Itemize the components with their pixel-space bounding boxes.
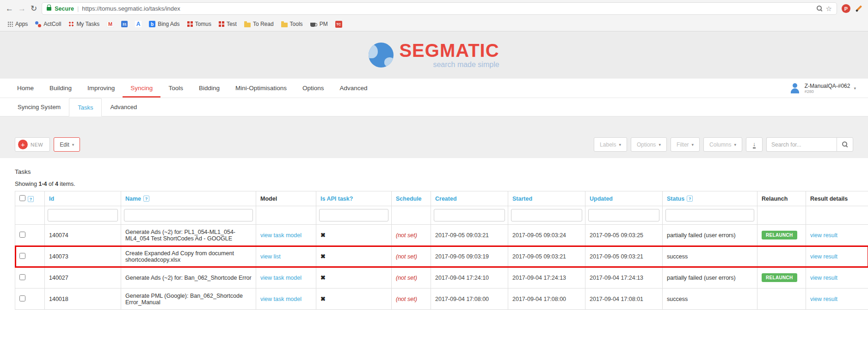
- filter-input-is-api-task[interactable]: [319, 209, 388, 221]
- refresh-icon[interactable]: ↻: [31, 5, 37, 12]
- column-header-started[interactable]: Started: [508, 191, 585, 206]
- filter-input-name[interactable]: [124, 209, 253, 221]
- column-header-updated[interactable]: Updated: [585, 191, 663, 206]
- pencil-extension-icon[interactable]: [855, 5, 862, 12]
- search-input[interactable]: [766, 137, 837, 152]
- column-header-name[interactable]: Name?: [121, 191, 256, 206]
- model-link[interactable]: view task model: [260, 296, 302, 302]
- user-menu[interactable]: Z-ManualQA-#062 #280 ▾: [789, 79, 859, 98]
- bookmark-tools[interactable]: Tools: [277, 17, 307, 31]
- search-button[interactable]: [837, 137, 853, 152]
- nav-tab-mini-optimisations[interactable]: Mini-Optimisations: [228, 79, 295, 98]
- help-icon[interactable]: ?: [687, 196, 693, 202]
- new-button[interactable]: + NEW: [15, 137, 50, 152]
- profile-badge[interactable]: P: [842, 4, 850, 13]
- filter-cell: [663, 206, 757, 225]
- result-link[interactable]: view result: [810, 275, 837, 281]
- column-label[interactable]: Is API task?: [320, 196, 353, 202]
- result-link[interactable]: view result: [810, 296, 837, 302]
- started-at: 2017-09-05 09:03:21: [508, 246, 585, 267]
- row-checkbox[interactable]: [19, 295, 25, 301]
- forward-icon[interactable]: →: [18, 5, 26, 12]
- summary-mid: of: [49, 181, 53, 187]
- subnav-tab-advanced[interactable]: Advanced: [102, 98, 145, 116]
- nav-tab-syncing[interactable]: Syncing: [123, 79, 160, 98]
- edit-button[interactable]: Edit ▾: [54, 137, 80, 152]
- columns-dropdown[interactable]: Columns▾: [703, 137, 742, 152]
- filter-input-status[interactable]: [665, 209, 754, 221]
- nav-tab-advanced[interactable]: Advanced: [332, 79, 376, 98]
- nav-tab-home[interactable]: Home: [9, 79, 42, 98]
- column-header-is-api-task[interactable]: Is API task?: [316, 191, 392, 206]
- nav-tab-tools[interactable]: Tools: [160, 79, 191, 98]
- help-icon[interactable]: ?: [28, 196, 34, 202]
- bookmark-apps[interactable]: Apps: [4, 17, 31, 31]
- column-label[interactable]: Created: [435, 196, 457, 202]
- result-cell: view result: [806, 246, 868, 267]
- column-label[interactable]: Id: [49, 196, 54, 202]
- zoom-icon[interactable]: [817, 6, 823, 12]
- tasks-table: ?IdName?ModelIs API task?ScheduleCreated…: [15, 191, 868, 310]
- help-icon[interactable]: ?: [143, 196, 149, 202]
- column-header-status[interactable]: Status?: [663, 191, 757, 206]
- model-link[interactable]: view list: [260, 253, 281, 260]
- bookmark-analytics[interactable]: A: [131, 17, 145, 31]
- relaunch-button[interactable]: RELAUNCH: [762, 273, 797, 282]
- filter-input-updated[interactable]: [588, 209, 659, 221]
- bookmark-gmail[interactable]: M: [103, 17, 117, 31]
- status-text: partially failed (user errors): [663, 267, 757, 288]
- options-dropdown[interactable]: Options▾: [631, 137, 667, 152]
- filter-input-id[interactable]: [48, 209, 118, 221]
- row-checkbox[interactable]: [19, 274, 25, 280]
- nav-tab-building[interactable]: Building: [42, 79, 80, 98]
- column-header-schedule[interactable]: Schedule: [392, 191, 431, 206]
- column-label[interactable]: Started: [512, 196, 532, 202]
- bookmark-tc-badge[interactable]: TC: [332, 17, 346, 31]
- bookmark-pm[interactable]: PM: [307, 17, 332, 31]
- segmatic-logo[interactable]: SEGMATIC search made simple: [369, 41, 499, 69]
- relaunch-button[interactable]: RELAUNCH: [762, 231, 797, 239]
- nav-tab-bidding[interactable]: Bidding: [191, 79, 228, 98]
- address-bar[interactable]: Secure | https://tomus.segmatic.io/tasks…: [42, 2, 837, 15]
- select-all-checkbox[interactable]: [19, 195, 25, 201]
- url-text[interactable]: https://tomus.segmatic.io/tasks/index: [82, 5, 813, 12]
- labels-dropdown[interactable]: Labels▾: [594, 137, 627, 152]
- download-button[interactable]: ↓: [746, 137, 763, 152]
- started-at: 2017-09-04 17:24:13: [508, 267, 585, 288]
- bookmark-my-tasks[interactable]: My Tasks: [65, 17, 103, 31]
- model-link[interactable]: view task model: [260, 232, 302, 239]
- bookmark-star-icon[interactable]: ☆: [826, 5, 832, 13]
- model-link[interactable]: view task model: [260, 275, 302, 281]
- column-label[interactable]: Schedule: [396, 196, 422, 202]
- nav-tab-improving[interactable]: Improving: [80, 79, 123, 98]
- subnav-tab-syncing-system[interactable]: Syncing System: [9, 98, 69, 116]
- bookmark-test[interactable]: Test: [215, 17, 240, 31]
- bookmark-calendar-31[interactable]: 31: [117, 17, 131, 31]
- result-link[interactable]: view result: [810, 253, 837, 260]
- column-label[interactable]: Updated: [590, 196, 613, 202]
- filter-cell: [757, 206, 806, 225]
- bookmark-bing-ads[interactable]: bBing Ads: [145, 17, 183, 31]
- bookmark-tomus[interactable]: Tomus: [184, 17, 215, 31]
- column-header-created[interactable]: Created: [431, 191, 508, 206]
- filter-input-created[interactable]: [434, 209, 505, 221]
- bing-icon: b: [149, 21, 155, 27]
- row-checkbox[interactable]: [19, 232, 25, 238]
- bookmark-to-read[interactable]: To Read: [240, 17, 277, 31]
- filter-cell: [431, 206, 508, 225]
- filter-input-started[interactable]: [511, 209, 582, 221]
- row-checkbox[interactable]: [19, 253, 25, 259]
- schedule-cell: (not set): [392, 288, 431, 310]
- api-flag: ✖: [316, 288, 392, 310]
- schedule-cell: (not set): [392, 267, 431, 288]
- globe-icon: [369, 43, 394, 68]
- column-label[interactable]: Status: [667, 196, 684, 202]
- subnav-tab-tasks[interactable]: Tasks: [69, 98, 102, 117]
- nav-tab-options[interactable]: Options: [295, 79, 332, 98]
- filter-dropdown[interactable]: Filter▾: [671, 137, 700, 152]
- back-icon[interactable]: ←: [6, 5, 13, 12]
- bookmark-actcoll[interactable]: ActColl: [31, 17, 65, 31]
- column-label[interactable]: Name: [125, 196, 141, 202]
- result-link[interactable]: view result: [810, 232, 837, 239]
- column-header-id[interactable]: Id: [45, 191, 121, 206]
